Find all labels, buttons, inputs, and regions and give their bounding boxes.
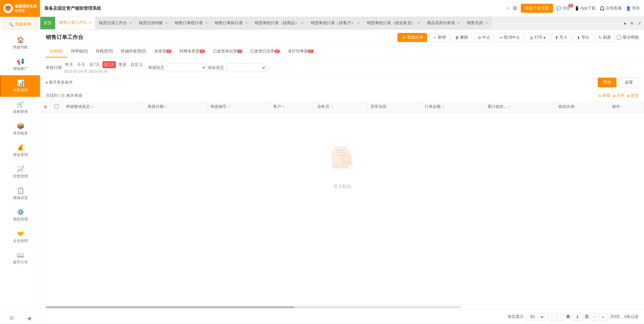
sort-collected-icon[interactable]: ⇅ <box>508 105 511 109</box>
sub-tab-not-printed[interactable]: 未打印单据0 <box>284 46 317 57</box>
settings-bottom-button[interactable]: ⚙ <box>9 315 14 321</box>
sort-status-icon[interactable]: ⇅ <box>91 105 94 109</box>
cancel-stop-button[interactable]: ↩ 取消中止 <box>496 33 524 42</box>
refresh-button[interactable]: ↻ 刷新 <box>595 33 615 42</box>
page-size-select[interactable]: 50 10 20 100 <box>526 313 545 321</box>
scrollbar-thumb[interactable] <box>46 306 295 308</box>
ai-generate-button[interactable]: ✨ 智能生单 <box>397 33 427 42</box>
tab-sales-summary-staff[interactable]: 销货单统计表（按业务员） ✕ <box>363 17 424 29</box>
sub-tab-not-shipped[interactable]: 未发货0 <box>150 46 176 57</box>
page-actions: ✨ 智能生单 ＋ 新增 🗑 删除 ⊘ 中止 ↩ 取消中止 <box>397 33 639 42</box>
filter-settings-button[interactable]: 设置 <box>619 78 639 87</box>
date-custom-button[interactable]: 自定义 <box>129 61 144 68</box>
app-download-button[interactable]: 📱 App下载 <box>574 5 596 11</box>
tab-close-all-button[interactable]: ✕ <box>629 20 635 27</box>
tab-close-sales-workbench[interactable]: ✕ <box>89 21 92 25</box>
expand-filter-button[interactable]: ▾ 展开更多条件 <box>46 80 73 85</box>
column-settings-icon[interactable]: ⚙ <box>44 105 47 109</box>
show-detail-checkbox[interactable] <box>617 35 621 40</box>
online-service-button[interactable]: 🎧 在线客服 <box>600 5 622 11</box>
print-button[interactable]: 🖨 打印 ▾ <box>526 33 549 42</box>
app-icon: 📱 <box>574 6 579 11</box>
sidebar-item-system[interactable]: ⚙️ 系统管理 <box>0 204 40 226</box>
sidebar-item-sales[interactable]: 📊 销售管理 <box>0 75 40 97</box>
sort-staff-icon[interactable]: ⇅ <box>331 105 333 109</box>
stop-button[interactable]: ⊘ 中止 <box>474 33 494 42</box>
sidebar-search[interactable]: 🔍 搜索菜单 <box>0 17 40 32</box>
export-button[interactable]: ⬇ 导出 <box>573 33 593 42</box>
sub-tab-all[interactable]: 全部(0) <box>46 46 67 57</box>
first-page-button[interactable]: « <box>548 313 556 321</box>
basic-icon: 📋 <box>17 187 24 194</box>
tab-expand-button[interactable]: ⤢ <box>636 20 643 27</box>
batch-ship-button[interactable]: ● 发货 <box>627 93 639 98</box>
sub-tab-pending-pickup[interactable]: 待拣货(0) <box>92 46 117 57</box>
prev-page-button[interactable]: ‹ <box>557 313 565 321</box>
batch-cancel-button[interactable]: ● 弃审 <box>613 93 625 98</box>
sort-date-icon[interactable]: ⇅ <box>165 105 167 109</box>
batch-review-button[interactable]: ● 审核 <box>599 93 610 98</box>
tab-close-gross-analysis[interactable]: ✕ <box>457 21 460 25</box>
tab-cash-daily[interactable]: 钱货日清工作台 ✕ <box>95 17 135 29</box>
sub-tab-overdue-not-shipped[interactable]: 到期未发货0 <box>175 46 209 57</box>
industry-solution-button[interactable]: 体验行业方案 <box>521 4 553 13</box>
tab-sales-summary-customer[interactable]: 销货单统计表（按客户） ✕ <box>307 17 363 29</box>
delete-button[interactable]: 🗑 删除 <box>452 33 472 42</box>
tab-gross-analysis[interactable]: 商品毛利分析表 ✕ <box>424 17 464 29</box>
tab-close-sales-exec[interactable]: ✕ <box>245 21 248 25</box>
sort-customer-icon[interactable]: ⇅ <box>282 105 285 109</box>
user-button[interactable]: 👤 用友 <box>626 5 640 11</box>
tab-close-cash-daily[interactable]: ✕ <box>129 21 132 25</box>
sub-tab-wangpu-ship[interactable]: 旺铺待发货(0) <box>117 46 150 57</box>
tab-close-sales-stats[interactable]: ✕ <box>205 21 208 25</box>
search-menu-button[interactable]: 🔍 搜索菜单 <box>2 19 38 29</box>
payment-filter-select[interactable] <box>226 63 266 72</box>
sidebar-item-marketing[interactable]: 📢 营销推广 <box>0 54 40 75</box>
date-1month-button[interactable]: 近1月 <box>102 61 116 68</box>
settings-icon[interactable]: ⚙ <box>513 5 517 11</box>
tab-home[interactable]: 首页 <box>40 17 55 29</box>
sidebar-item-basic[interactable]: 📋 基础信息 <box>0 183 40 204</box>
date-7days-button[interactable]: 近7天 <box>88 61 101 68</box>
date-yesterday-button[interactable]: 昨天 <box>64 61 75 68</box>
sidebar-item-operation[interactable]: 📈 经营管理 <box>0 161 40 183</box>
tab-sales-workbench[interactable]: 销售订单工作台 ✕ <box>55 17 95 29</box>
collapse-button[interactable]: ◀ <box>27 315 31 321</box>
show-detail-checkbox-label[interactable]: 显示明细 <box>617 35 639 40</box>
sub-tab-pending-review[interactable]: 待审核(0) <box>67 46 92 57</box>
date-today-button[interactable]: 今天 <box>76 61 87 68</box>
tab-more-button[interactable]: ▸ <box>623 20 628 27</box>
message-button[interactable]: 💬 消息 6 <box>556 5 570 11</box>
sidebar-item-guide[interactable]: 📖 新手引导 <box>0 247 40 269</box>
page-number-input[interactable]: 1 <box>571 313 584 321</box>
next-page-button[interactable]: › <box>590 313 598 321</box>
th-status: 单据整体状态 ⇅ <box>62 101 144 113</box>
sidebar-item-purchase[interactable]: 🛒 采购管理 <box>0 97 40 118</box>
sidebar-item-quick-nav[interactable]: 🏠 快捷导航 <box>0 32 40 54</box>
query-button[interactable]: 查询 <box>598 78 616 87</box>
sub-tab-shipped-not-out[interactable]: 已发货未出库0 <box>209 46 247 57</box>
tab-sales-exec[interactable]: 销售订单执行表 ✕ <box>211 17 251 29</box>
sidebar-item-enterprise[interactable]: 🤝 企业协同 <box>0 226 40 247</box>
tab-close-sales-profit[interactable]: ✕ <box>485 21 488 25</box>
status-filter-select[interactable] <box>166 63 207 72</box>
tab-close-sales-summary-staff[interactable]: ✕ <box>417 21 420 25</box>
tab-cash-reconcile[interactable]: 钱货日清对账 ✕ <box>135 17 171 29</box>
add-button[interactable]: ＋ 新增 <box>429 33 449 42</box>
tab-close-cash-reconcile[interactable]: ✕ <box>165 21 168 25</box>
sort-number-icon[interactable]: ⇅ <box>227 105 230 109</box>
import-button[interactable]: ⬆ 导入 <box>551 33 571 42</box>
sort-amount-icon[interactable]: ⇅ <box>442 105 444 109</box>
sidebar-item-finance[interactable]: 💰 资金管理 <box>0 140 40 161</box>
sub-tab-shipped-out[interactable]: 已发货已出库0 <box>246 46 284 57</box>
tab-close-sales-summary-product[interactable]: ✕ <box>301 21 304 25</box>
sidebar-item-inventory[interactable]: 📦 库存核算 <box>0 118 40 140</box>
tab-sales-profit[interactable]: 销售毛利 ✕ <box>464 17 491 29</box>
horizontal-scrollbar[interactable] <box>40 305 644 309</box>
select-all-checkbox[interactable] <box>54 104 59 109</box>
tab-sales-stats[interactable]: 销售订单统计表 ✕ <box>171 17 211 29</box>
tab-close-sales-summary-customer[interactable]: ✕ <box>357 21 360 25</box>
tab-sales-summary-product[interactable]: 销货单统计表（按商品） ✕ <box>251 17 307 29</box>
date-more-button[interactable]: 更多 <box>117 61 128 68</box>
last-page-button[interactable]: » <box>599 313 607 321</box>
